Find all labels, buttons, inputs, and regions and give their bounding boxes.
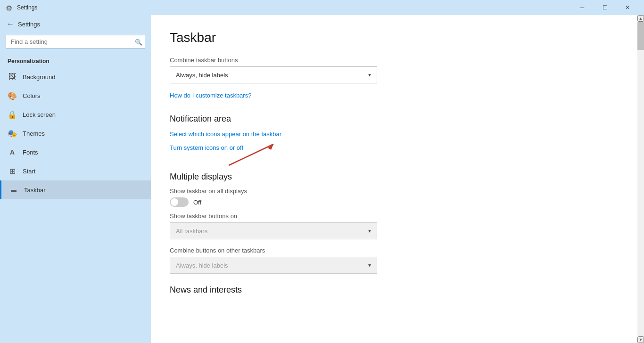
- sidebar-item-taskbar-label: Taskbar: [24, 187, 46, 194]
- search-input[interactable]: [6, 35, 145, 49]
- sidebar-item-lock-screen[interactable]: 🔒 Lock screen: [0, 105, 151, 124]
- customize-link[interactable]: How do I customize taskbars?: [170, 92, 251, 99]
- show-buttons-value: All taskbars: [176, 228, 207, 235]
- arrow-annotation: [226, 139, 283, 168]
- minimize-button[interactable]: ─: [571, 0, 593, 15]
- close-button[interactable]: ✕: [617, 0, 638, 15]
- sidebar-item-lock-screen-label: Lock screen: [23, 111, 56, 118]
- sidebar-section-label: Personalization: [0, 54, 151, 67]
- maximize-button[interactable]: ☐: [594, 0, 616, 15]
- titlebar-title: Settings: [17, 4, 571, 11]
- toggle-thumb: [171, 198, 178, 206]
- fonts-icon: A: [8, 147, 17, 157]
- news-title: News and interests: [170, 285, 625, 295]
- sidebar-item-fonts[interactable]: A Fonts: [0, 143, 151, 162]
- back-arrow-icon: ←: [7, 20, 14, 28]
- colors-icon: 🎨: [8, 91, 17, 100]
- scroll-up-button[interactable]: ▲: [637, 15, 644, 22]
- sidebar-item-fonts-label: Fonts: [23, 149, 38, 156]
- sidebar-item-background-label: Background: [23, 74, 55, 81]
- combine-buttons-value: Always, hide labels: [176, 72, 228, 79]
- combine-buttons-chevron-icon: ▾: [368, 72, 371, 78]
- svg-marker-1: [268, 144, 273, 150]
- sidebar-item-start-label: Start: [23, 168, 35, 175]
- sidebar-item-colors-label: Colors: [23, 92, 41, 99]
- show-taskbar-label: Show taskbar on all displays: [170, 188, 625, 195]
- scroll-down-button[interactable]: ▼: [637, 336, 644, 343]
- back-button[interactable]: ← Settings: [0, 15, 151, 33]
- combine-buttons-dropdown[interactable]: Always, hide labels ▾: [170, 66, 377, 83]
- show-buttons-label: Show taskbar buttons on: [170, 212, 625, 220]
- search-box: 🔍: [6, 35, 145, 49]
- taskbar-icon: ▬: [9, 185, 18, 195]
- show-buttons-dropdown[interactable]: All taskbars ▾: [170, 222, 377, 239]
- notification-area-title: Notification area: [170, 114, 625, 124]
- scrollbar-thumb[interactable]: [637, 22, 644, 50]
- sidebar-item-colors[interactable]: 🎨 Colors: [0, 86, 151, 105]
- combine-buttons-label: Combine taskbar buttons: [170, 57, 625, 64]
- settings-window-icon: ⚙: [6, 4, 13, 11]
- toggle-off-label: Off: [193, 199, 201, 206]
- start-icon: ⊞: [8, 166, 17, 176]
- titlebar: ⚙ Settings ─ ☐ ✕: [0, 0, 644, 15]
- sidebar-item-taskbar[interactable]: ▬ Taskbar: [0, 180, 151, 199]
- search-icon[interactable]: 🔍: [135, 38, 142, 45]
- sidebar: ← Settings 🔍 Personalization 🖼 Backgroun…: [0, 15, 151, 343]
- window-controls: ─ ☐ ✕: [571, 0, 638, 15]
- background-icon: 🖼: [8, 72, 17, 82]
- main-content: Taskbar Combine taskbar buttons Always, …: [151, 15, 644, 343]
- combine-other-value: Always, hide labels: [176, 262, 228, 269]
- show-taskbar-toggle[interactable]: [170, 197, 189, 207]
- scrollbar-track: ▲ ▼: [637, 15, 644, 343]
- themes-icon: 🎭: [8, 129, 17, 138]
- sidebar-item-background[interactable]: 🖼 Background: [0, 67, 151, 86]
- sidebar-item-themes-label: Themes: [23, 130, 45, 137]
- page-title: Taskbar: [170, 30, 625, 45]
- combine-other-chevron-icon: ▾: [368, 262, 371, 269]
- app-body: ← Settings 🔍 Personalization 🖼 Backgroun…: [0, 15, 644, 343]
- show-buttons-chevron-icon: ▾: [368, 228, 371, 234]
- sidebar-item-start[interactable]: ⊞ Start: [0, 162, 151, 180]
- icons-link[interactable]: Select which icons appear on the taskbar: [170, 131, 281, 138]
- multiple-displays-title: Multiple displays: [170, 172, 625, 182]
- combine-other-dropdown[interactable]: Always, hide labels ▾: [170, 257, 377, 274]
- system-icons-link[interactable]: Turn system icons on or off: [170, 144, 243, 151]
- lock-screen-icon: 🔒: [8, 110, 17, 119]
- show-taskbar-toggle-row: Off: [170, 197, 625, 207]
- sidebar-item-themes[interactable]: 🎭 Themes: [0, 124, 151, 143]
- back-label: Settings: [18, 21, 40, 28]
- combine-other-label: Combine buttons on other taskbars: [170, 247, 625, 254]
